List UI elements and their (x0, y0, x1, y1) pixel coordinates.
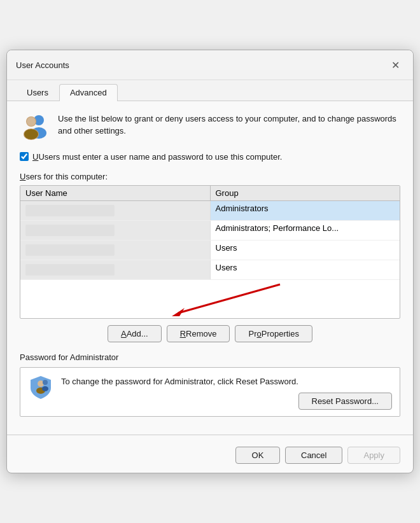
svg-point-4 (27, 117, 36, 126)
footer-buttons: OK Cancel Apply (7, 442, 413, 473)
checkbox-row: UUsers must enter a user name and passwo… (20, 152, 400, 162)
admin-icon (28, 374, 53, 400)
info-row: Use the list below to grant or deny user… (20, 111, 400, 142)
table-header: User Name Group (20, 186, 400, 201)
password-text: To change the password for Administrator… (61, 374, 392, 388)
tab-advanced[interactable]: Advanced (59, 84, 118, 101)
apply-button[interactable]: Apply (347, 447, 400, 464)
cell-username-3 (20, 241, 211, 260)
add-button[interactable]: AAdd... (108, 325, 162, 342)
cell-username-1 (20, 201, 211, 220)
info-text: Use the list below to grant or deny user… (58, 111, 400, 137)
ok-button[interactable]: OK (235, 447, 280, 464)
users-table: User Name Group Administrators Administr… (20, 185, 400, 319)
table-row[interactable]: Administrators; Performance Lo... (20, 221, 400, 241)
svg-point-10 (43, 380, 48, 385)
cell-group-1: Administrators (211, 201, 400, 220)
checkbox-label[interactable]: UUsers must enter a user name and passwo… (32, 152, 282, 162)
tab-users[interactable]: Users (16, 84, 59, 101)
table-row[interactable]: Administrators (20, 201, 400, 221)
password-section-label: Password for Administrator (20, 352, 400, 362)
reset-btn-row: Reset Password... (61, 393, 392, 410)
cell-group-3: Users (211, 241, 400, 260)
svg-point-11 (42, 386, 48, 391)
column-username: User Name (20, 186, 211, 200)
password-box: To change the password for Administrator… (20, 367, 400, 417)
dialog-title: User Accounts (16, 60, 69, 70)
svg-point-5 (24, 129, 38, 139)
table-row[interactable]: Users (20, 241, 400, 260)
svg-line-6 (178, 284, 280, 313)
user-accounts-dialog: User Accounts ✕ Users Advanced (6, 50, 414, 474)
must-enter-password-checkbox[interactable] (20, 152, 29, 161)
cell-username-2 (20, 221, 211, 240)
table-action-buttons: AAdd... RRemove ProProperties (20, 325, 400, 342)
cell-username-4 (20, 260, 211, 279)
users-section-label: Users for this computer: (20, 172, 400, 181)
arrow-annotation (20, 280, 400, 318)
red-arrow-svg (127, 281, 293, 316)
tabs-bar: Users Advanced (7, 80, 413, 101)
close-button[interactable]: ✕ (386, 57, 404, 74)
properties-button[interactable]: ProProperties (235, 325, 312, 342)
password-info: To change the password for Administrator… (61, 374, 392, 410)
column-group: Group (211, 186, 400, 200)
dialog-content: Use the list below to grant or deny user… (7, 101, 413, 435)
cancel-button[interactable]: Cancel (285, 447, 342, 464)
users-icon (20, 111, 50, 142)
cell-group-4: Users (211, 260, 400, 279)
remove-button[interactable]: RRemove (167, 325, 230, 342)
footer-divider (7, 435, 413, 435)
title-bar: User Accounts ✕ (7, 50, 413, 80)
table-body: Administrators Administrators; Performan… (20, 201, 400, 318)
reset-password-button[interactable]: Reset Password... (298, 393, 393, 410)
table-row[interactable]: Users (20, 260, 400, 280)
cell-group-2: Administrators; Performance Lo... (211, 221, 400, 240)
